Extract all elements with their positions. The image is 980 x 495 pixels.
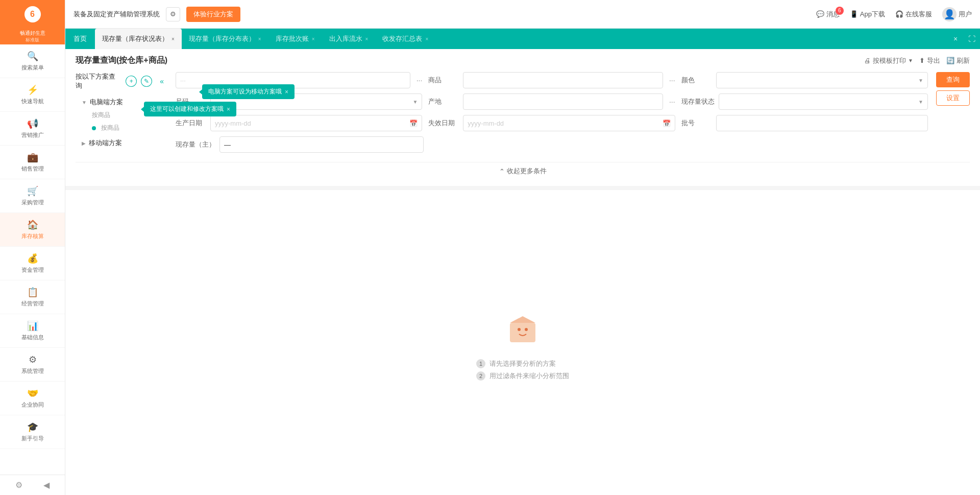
system-icon: ⚙ <box>29 354 37 365</box>
sidebar-nav: 🔍 搜索菜单 ⚡ 快速导航 📢 营销推广 💼 销售管理 🛒 采购管理 🏠 库存核… <box>0 44 65 475</box>
service-icon: 🎧 <box>895 10 903 18</box>
print-btn[interactable]: 🖨 按模板打印 ▼ <box>864 56 913 65</box>
page-header: 现存量查询(按仓库+商品) 🖨 按模板打印 ▼ ⬆ 导出 🔄 刷新 <box>76 55 970 72</box>
tooltip-create-close[interactable]: × <box>227 106 230 113</box>
industry-btn[interactable]: 体验行业方案 <box>186 7 240 22</box>
sidebar-settings-btn[interactable]: ⚙ <box>15 480 22 490</box>
tab-fullscreen-btn[interactable]: ⛶ <box>964 29 980 49</box>
export-label: 导出 <box>927 56 940 65</box>
tab-inventory-status[interactable]: 现存量（库存状况表） × <box>95 29 182 49</box>
print-label: 按模板打印 <box>873 56 906 65</box>
product-input-wrap[interactable] <box>463 72 663 88</box>
edit-scheme-btn[interactable]: ✎ <box>141 76 152 87</box>
collapse-label: 收起更多条件 <box>507 167 547 176</box>
logo-sub: 畅通好生意 标准版 <box>0 29 65 44</box>
collapse-more-btn[interactable]: ⌃ 收起更多条件 <box>76 162 970 180</box>
sidebar: 6 畅通好生意 标准版 🔍 搜索菜单 ⚡ 快速导航 📢 营销推广 💼 销售管理 … <box>0 0 65 495</box>
svg-point-3 <box>525 328 528 331</box>
filter-field-origin: 产地 ··· <box>428 93 675 110</box>
tab-summary[interactable]: 收发存汇总表 × <box>375 29 435 49</box>
user-item[interactable]: 👤 用户 <box>942 7 972 21</box>
tab-home[interactable]: 首页 <box>65 29 95 49</box>
origin-dots[interactable]: ··· <box>669 98 675 106</box>
tab-flow-close[interactable]: × <box>365 36 369 42</box>
sidebar-item-sales[interactable]: 💼 销售管理 <box>0 146 65 179</box>
pc-sub-item-2[interactable]: 按商品 <box>88 122 167 134</box>
sidebar-item-purchase[interactable]: 🛒 采购管理 <box>0 179 65 213</box>
sidebar-item-enterprise[interactable]: 🤝 企业协同 <box>0 382 65 415</box>
add-scheme-btn[interactable]: + <box>126 76 137 87</box>
header-right: 💬 消息 6 📱 App下载 🎧 在线客服 👤 用户 <box>816 7 972 21</box>
scheme-mobile-item[interactable]: ▶ 移动端方案 <box>78 136 167 150</box>
svg-marker-1 <box>510 316 535 323</box>
message-item[interactable]: 💬 消息 6 <box>816 10 840 19</box>
header-settings-btn[interactable]: ⚙ <box>166 7 180 21</box>
exp-date-cal-icon[interactable]: 📅 <box>663 120 671 127</box>
batch-input[interactable] <box>716 115 928 131</box>
sidebar-collapse-btn[interactable]: ◀ <box>43 480 50 490</box>
tab-summary-close[interactable]: × <box>425 36 428 42</box>
phone-icon: 📱 <box>850 10 858 18</box>
reset-btn[interactable]: 设置 <box>936 90 970 106</box>
sidebar-item-marketing[interactable]: 📢 营销推广 <box>0 112 65 146</box>
sidebar-item-basics[interactable]: 📊 基础信息 <box>0 314 65 348</box>
action-btns: 查询 设置 <box>936 72 970 158</box>
tab-inventory-dist-label: 现存量（库存分布表） <box>189 34 255 43</box>
svg-rect-0 <box>510 323 535 342</box>
origin-input-wrap[interactable] <box>463 93 663 110</box>
product-dots[interactable]: ··· <box>669 76 675 84</box>
message-icon: 💬 <box>816 10 824 18</box>
color-select[interactable]: ▼ <box>716 72 928 88</box>
system-name: 装备及固定资产辅助管理系统 <box>74 10 160 19</box>
tab-close-all-btn[interactable]: × <box>947 29 964 49</box>
tab-batch[interactable]: 库存批次账 × <box>268 29 322 49</box>
qty-range-input[interactable]: — <box>219 136 424 153</box>
sidebar-item-guide[interactable]: 🎓 新手引导 <box>0 415 65 449</box>
step-2-num: 2 <box>476 371 485 381</box>
empty-illustration <box>500 305 546 351</box>
refresh-btn[interactable]: 🔄 刷新 <box>946 56 970 65</box>
search-btn[interactable]: 查询 <box>936 72 970 87</box>
sidebar-item-search[interactable]: 🔍 搜索菜单 <box>0 44 65 78</box>
exp-date-label: 失效日期 <box>428 119 459 128</box>
size-arrow-icon: ▼ <box>412 99 418 105</box>
basics-icon: 📊 <box>27 320 38 332</box>
page-actions: 🖨 按模板打印 ▼ ⬆ 导出 🔄 刷新 <box>864 56 970 65</box>
exp-date-input[interactable]: yyyy-mm-dd 📅 <box>463 115 675 131</box>
tab-batch-close[interactable]: × <box>312 36 315 42</box>
warehouse-dots[interactable]: ··· <box>416 76 423 84</box>
filter-row-4: 现存量（主） — <box>176 136 928 153</box>
filter-field-color: 颜色 ▼ <box>681 72 928 88</box>
tab-inventory-dist-close[interactable]: × <box>258 36 261 42</box>
header-left: 装备及固定资产辅助管理系统 ⚙ 体验行业方案 <box>74 7 240 22</box>
qty-label: 现存量（主） <box>176 140 215 149</box>
prod-date-cal-icon[interactable]: 📅 <box>409 120 418 127</box>
sidebar-item-finance[interactable]: 💰 资金管理 <box>0 247 65 280</box>
tab-inventory-status-close[interactable]: × <box>172 36 175 42</box>
app-download-item[interactable]: 📱 App下载 <box>850 10 885 19</box>
sidebar-item-operations[interactable]: 📋 经营管理 <box>0 280 65 314</box>
export-icon: ⬆ <box>919 57 925 64</box>
collapse-arrow-icon: ⌃ <box>499 168 505 175</box>
prod-date-input[interactable]: yyyy-mm-dd 📅 <box>210 115 422 131</box>
tooltip-mobile-close[interactable]: × <box>285 88 288 96</box>
exp-date-placeholder: yyyy-mm-dd <box>468 120 660 127</box>
page-title: 现存量查询(按仓库+商品) <box>76 55 167 66</box>
sidebar-item-system[interactable]: ⚙ 系统管理 <box>0 348 65 382</box>
origin-label: 产地 <box>428 97 459 106</box>
stock-status-select[interactable]: ▼ <box>719 93 928 110</box>
online-service-item[interactable]: 🎧 在线客服 <box>895 10 932 19</box>
tab-flow[interactable]: 出入库流水 × <box>322 29 376 49</box>
guide-icon: 🎓 <box>27 421 38 433</box>
tab-flow-label: 出入库流水 <box>329 34 362 43</box>
collapse-scheme-btn[interactable]: « <box>156 76 167 87</box>
sidebar-item-quicknav[interactable]: ⚡ 快速导航 <box>0 78 65 112</box>
sidebar-item-inventory[interactable]: 🏠 库存核算 <box>0 213 65 247</box>
sales-icon: 💼 <box>27 152 38 163</box>
content: 现存量查询(按仓库+商品) 🖨 按模板打印 ▼ ⬆ 导出 🔄 刷新 <box>65 49 980 495</box>
filter-row-3: 生产日期 yyyy-mm-dd 📅 失效日期 yyyy-mm-dd 📅 <box>176 115 928 131</box>
tab-inventory-dist[interactable]: 现存量（库存分布表） × <box>182 29 268 49</box>
logo-icon: 6 <box>24 6 41 22</box>
export-btn[interactable]: ⬆ 导出 <box>919 56 940 65</box>
logo-area: 6 <box>0 0 65 29</box>
